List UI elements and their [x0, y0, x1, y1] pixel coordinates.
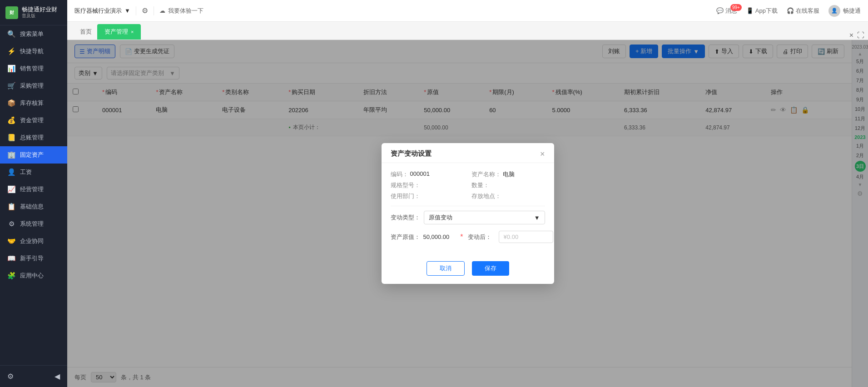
inventory-icon: 📦	[7, 99, 15, 107]
wage-icon: 👤	[7, 168, 15, 176]
customer-service-btn[interactable]: 🎧 在线客服	[787, 7, 819, 15]
company-dropdown-icon: ▼	[124, 7, 130, 14]
modal-info-grid: 编码： 000001 资产名称： 电脑 规格型号： 数量：	[391, 170, 545, 200]
modal-quantity-field: 数量：	[471, 181, 545, 189]
change-type-dropdown-icon: ▼	[534, 214, 540, 221]
guide-icon: 📖	[7, 254, 15, 263]
sidebar-item-label: 固定资产	[20, 151, 44, 159]
content-area: ☰ 资产明细 📄 变更生成凭证 刘账 + 新增 批量操作 ▼	[67, 40, 868, 387]
change-type-select[interactable]: 原值变动 ▼	[424, 211, 545, 224]
tab-asset-management[interactable]: 资产管理 ×	[97, 24, 141, 40]
cancel-btn[interactable]: 取消	[427, 261, 465, 276]
modal-divider	[391, 206, 545, 206]
modal-title: 资产变动设置	[391, 149, 432, 158]
headset-icon: 🎧	[787, 7, 794, 14]
original-value-row: 资产原值： 50,000.00 * 变动后：	[391, 231, 545, 243]
sidebar-item-label: 应用中心	[20, 272, 44, 280]
sidebar-item-label: 库存核算	[20, 99, 44, 107]
sidebar-item-sales[interactable]: 📊销售管理	[0, 60, 67, 77]
window-maximize-icon[interactable]: ⛶	[857, 31, 864, 40]
cloud-icon: ☁	[159, 7, 165, 14]
tab-home[interactable]: 首页	[74, 24, 97, 40]
company-selector[interactable]: 医疗器械行业演示 ▼	[74, 7, 130, 15]
base-icon: 📋	[7, 203, 15, 211]
sidebar-item-ledger[interactable]: 📒总账管理	[0, 129, 67, 146]
experience-label: 我要体验一下	[168, 7, 203, 15]
tab-close-icon[interactable]: ×	[131, 30, 134, 35]
topbar: 医疗器械行业演示 ▼ ⚙ ☁ 我要体验一下 💬 消息 99+ 📱 App下载 🎧…	[67, 0, 868, 22]
user-avatar: 👤	[828, 5, 840, 17]
tabbar: 首页 资产管理 × × ⛶	[67, 22, 868, 40]
apps-icon: 🧩	[7, 272, 15, 280]
customer-service-label: 在线客服	[796, 7, 819, 15]
after-change-input[interactable]	[499, 231, 553, 243]
original-value-display: 50,000.00	[423, 233, 450, 240]
user-name: 畅捷通	[843, 7, 861, 15]
sidebar-item-capital[interactable]: 💰资金管理	[0, 112, 67, 129]
after-change-label: 变动后：	[468, 233, 491, 241]
app-download-label: App下载	[755, 7, 778, 15]
after-change-required: *	[460, 233, 463, 241]
user-menu[interactable]: 👤 畅捷通	[828, 5, 861, 17]
topbar-right: 💬 消息 99+ 📱 App下载 🎧 在线客服 👤 畅捷通	[716, 5, 861, 17]
tab-asset-label: 资产管理	[104, 28, 128, 36]
sidebar-item-guide[interactable]: 📖新手引导	[0, 250, 67, 267]
modal-asset-name-field: 资产名称： 电脑	[471, 170, 545, 179]
sidebar-item-label: 新手引导	[20, 254, 44, 263]
sidebar-item-ops[interactable]: 📈经营管理	[0, 181, 67, 198]
search-icon: 🔍	[7, 30, 15, 38]
settings-icon[interactable]: ⚙	[7, 372, 14, 381]
sidebar-item-apps[interactable]: 🧩应用中心	[0, 267, 67, 284]
change-type-label: 变动类型：	[391, 213, 420, 222]
sidebar-item-corp[interactable]: 🤝企业协同	[0, 233, 67, 250]
sidebar-item-label: 基础信息	[20, 203, 44, 211]
home-tab-label: 首页	[80, 28, 92, 36]
sidebar-item-purchase[interactable]: 🛒采购管理	[0, 77, 67, 94]
topbar-divider2	[154, 6, 154, 15]
download-icon: 📱	[746, 7, 754, 14]
change-type-value: 原值变动	[429, 213, 452, 222]
original-value-label: 资产原值：	[391, 233, 420, 241]
logo-icon: 财	[5, 6, 18, 19]
window-close-icon[interactable]: ×	[849, 31, 853, 40]
sidebar-item-search[interactable]: 🔍搜索菜单	[0, 25, 67, 43]
change-type-row: 变动类型： 原值变动 ▼	[391, 211, 545, 224]
sidebar-menu: 🔍搜索菜单⚡快捷导航📊销售管理🛒采购管理📦库存核算💰资金管理📒总账管理🏢固定资产…	[0, 25, 67, 365]
sales-icon: 📊	[7, 64, 15, 73]
collapse-icon[interactable]: ◀	[55, 372, 60, 381]
capital-icon: 💰	[7, 116, 15, 124]
bell-icon: 💬	[716, 7, 724, 14]
sidebar-item-label: 经营管理	[20, 185, 44, 194]
sidebar: 财 畅捷通好业财 普及版 🔍搜索菜单⚡快捷导航📊销售管理🛒采购管理📦库存核算💰资…	[0, 0, 67, 387]
sidebar-item-inventory[interactable]: 📦库存核算	[0, 94, 67, 112]
sidebar-item-label: 总账管理	[20, 134, 44, 142]
logo-text: 畅捷通好业财 普及版	[22, 6, 57, 20]
modal-dept-field: 使用部门：	[391, 192, 464, 200]
sidebar-item-wage[interactable]: 👤工资	[0, 164, 67, 181]
sidebar-bottom: ⚙ ◀	[0, 365, 67, 387]
sidebar-item-label: 工资	[20, 168, 32, 176]
modal-close-btn[interactable]: ×	[540, 150, 545, 158]
notifications-badge: 99+	[730, 4, 742, 11]
modal-header: 资产变动设置 ×	[382, 143, 554, 163]
sidebar-item-fixed[interactable]: 🏢固定资产	[0, 146, 67, 164]
topbar-settings-icon[interactable]: ⚙	[142, 6, 148, 15]
save-btn[interactable]: 保存	[472, 261, 509, 276]
system-icon: ⚙	[7, 220, 15, 228]
sidebar-item-system[interactable]: ⚙系统管理	[0, 215, 67, 233]
notifications-btn[interactable]: 💬 消息 99+	[716, 7, 737, 15]
app-download-btn[interactable]: 📱 App下载	[746, 7, 778, 15]
sidebar-item-quicknav[interactable]: ⚡快捷导航	[0, 43, 67, 60]
sidebar-item-label: 销售管理	[20, 64, 44, 73]
experience-btn[interactable]: ☁ 我要体验一下	[159, 7, 203, 15]
modal-location-field: 存放地点：	[471, 192, 545, 200]
sidebar-item-label: 资金管理	[20, 116, 44, 124]
ops-icon: 📈	[7, 185, 15, 194]
ledger-icon: 📒	[7, 134, 15, 142]
sidebar-item-label: 搜索菜单	[20, 30, 44, 38]
main-area: 医疗器械行业演示 ▼ ⚙ ☁ 我要体验一下 💬 消息 99+ 📱 App下载 🎧…	[67, 0, 868, 387]
sidebar-item-base[interactable]: 📋基础信息	[0, 198, 67, 215]
fixed-icon: 🏢	[7, 151, 15, 159]
modal-spec-field: 规格型号：	[391, 181, 464, 189]
modal-footer: 取消 保存	[382, 257, 554, 284]
